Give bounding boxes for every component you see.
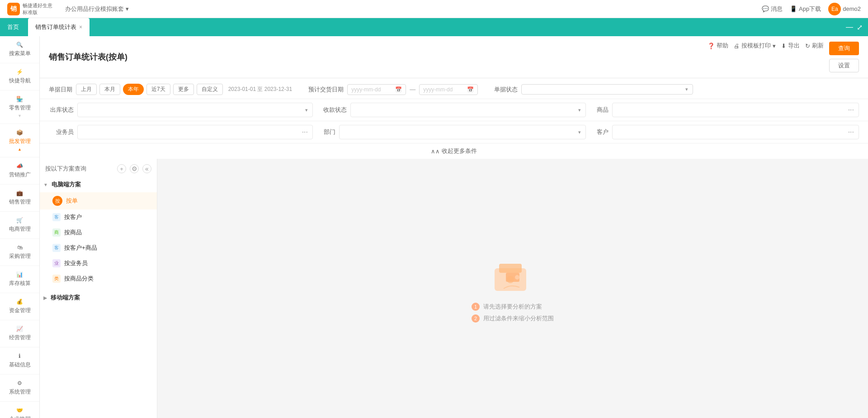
sidebar-item-operation[interactable]: 📈 经营管理 (0, 320, 39, 347)
content-area: 销售订单统计表(按单) ❓ 帮助 🖨 按模板打印 ▾ ⬇ (40, 36, 868, 418)
goods-input[interactable]: ··· (612, 103, 859, 117)
sidebar-item-sales[interactable]: 💼 销售管理 (0, 185, 39, 212)
sidebar-item-system[interactable]: ⚙ 系统管理 (0, 375, 39, 402)
tab-bar: 首页 销售订单统计表 × — ⤢ (0, 18, 868, 36)
tree-item-by-goods[interactable]: 商 按商品 (40, 225, 157, 240)
date-btn-7days[interactable]: 近7天 (146, 84, 170, 95)
sidebar-item-wholesale[interactable]: 📦 批发管理 ▲ (0, 124, 39, 157)
expected-date-filter: 预计交货日期 yyyy-mm-dd 📅 — yyyy-mm-dd 📅 (308, 84, 478, 95)
payment-status-filter: 收款状态 ▾ (322, 103, 586, 117)
settings-button[interactable]: 设置 (829, 59, 859, 72)
collapse-icon: ∧∧ (431, 148, 440, 155)
app-download-button[interactable]: 📱 App下载 (790, 5, 821, 13)
dept-label: 部门 (322, 128, 335, 136)
filter-row-1: 单据日期 上月 本月 本年 近7天 更多 自定义 2023-01-01 至 20… (40, 78, 868, 99)
empty-illustration (486, 255, 540, 295)
date-btn-this-month[interactable]: 本月 (99, 84, 120, 95)
expected-date-end-input[interactable]: yyyy-mm-dd 📅 (419, 84, 478, 95)
customer-input[interactable]: ··· (612, 125, 859, 139)
empty-svg-icon (486, 255, 540, 295)
payment-caret-icon: ▾ (578, 107, 581, 113)
export-icon: ⬇ (781, 43, 786, 49)
tree-item-by-goods-category[interactable]: 类 按商品分类 (40, 271, 157, 286)
dept-caret-icon: ▾ (578, 129, 581, 135)
inventory-icon: 📊 (16, 271, 23, 278)
empty-tip-1: 1 请先选择要分析的方案 (472, 303, 554, 311)
message-button[interactable]: 💬 消息 (762, 5, 783, 13)
goods-dots-icon: ··· (848, 106, 854, 114)
out-status-select[interactable]: ▾ (77, 103, 313, 117)
sidebar-item-ecommerce[interactable]: 🛒 电商管理 (0, 212, 39, 239)
date-btn-this-year[interactable]: 本年 (123, 84, 144, 95)
order-status-filter: 单据状态 ▾ (494, 84, 859, 95)
by-goods-icon: 商 (52, 228, 61, 237)
print-button[interactable]: 🖨 按模板打印 ▾ (734, 42, 776, 50)
minimize-icon[interactable]: — (846, 23, 853, 31)
top-bar: 销 畅捷通好生意 标准版 办公用品行业模拟账套 ▾ 💬 消息 📱 App下载 E… (0, 0, 868, 18)
page-header-actions: ❓ 帮助 🖨 按模板打印 ▾ ⬇ 导出 ↻ (708, 42, 859, 72)
sidebar-item-finance[interactable]: 💰 资金管理 (0, 293, 39, 320)
refresh-button[interactable]: ↻ 刷新 (805, 42, 824, 50)
svg-rect-1 (499, 264, 522, 273)
sidebar-item-purchase[interactable]: 🛍 采购管理 (0, 239, 39, 266)
retail-icon: 🏪 (16, 96, 23, 102)
print-dropdown-icon: ▾ (773, 43, 776, 49)
logo-icon: 销 (7, 3, 20, 15)
user-menu[interactable]: Ea demo2 (828, 3, 861, 15)
help-icon: ❓ (708, 43, 715, 49)
sidebar-item-retail[interactable]: 🏪 零售管理 ▼ (0, 90, 39, 124)
top-bar-right: 💬 消息 📱 App下载 Ea demo2 (762, 3, 861, 15)
print-icon: 🖨 (734, 43, 740, 49)
biz-selector[interactable]: 办公用品行业模拟账套 ▾ (65, 5, 129, 13)
dept-filter: 部门 ▾ (322, 125, 586, 139)
wholesale-icon: 📦 (16, 129, 23, 136)
maximize-icon[interactable]: ⤢ (857, 23, 863, 32)
ecommerce-icon: 🛒 (16, 217, 23, 223)
tree-group-mobile[interactable]: ▶ 移动端方案 (40, 290, 157, 305)
quick-nav-icon: ⚡ (16, 69, 23, 75)
salesperson-input[interactable]: ··· (77, 125, 313, 139)
logo-area: 销 畅捷通好生意 标准版 (7, 2, 52, 15)
query-button[interactable]: 查询 (829, 42, 859, 55)
help-button[interactable]: ❓ 帮助 (708, 42, 728, 50)
logo-text: 畅捷通好生意 标准版 (23, 2, 52, 15)
date-btn-last-month[interactable]: 上月 (76, 84, 97, 95)
top-bar-left: 销 畅捷通好生意 标准版 办公用品行业模拟账套 ▾ (7, 2, 129, 15)
payment-status-select[interactable]: ▾ (350, 103, 586, 117)
empty-tips: 1 请先选择要分析的方案 2 用过滤条件来缩小分析范围 (472, 303, 554, 323)
customer-label: 客户 (595, 128, 609, 136)
sales-icon: 💼 (16, 190, 23, 196)
tree-item-by-order[interactable]: 按 按单 (40, 192, 157, 209)
status-select[interactable]: ▾ (521, 84, 693, 95)
left-panel-add-icon[interactable]: + (117, 164, 126, 173)
collapse-button[interactable]: ∧∧ 收起更多条件 (431, 147, 477, 155)
tree-item-by-salesperson[interactable]: 业 按业务员 (40, 256, 157, 271)
expected-date-start-input[interactable]: yyyy-mm-dd 📅 (347, 84, 406, 95)
status-caret-icon: ▾ (685, 86, 688, 92)
filter-section: 单据日期 上月 本月 本年 近7天 更多 自定义 2023-01-01 至 20… (40, 78, 868, 159)
tree-item-by-customer-goods[interactable]: 客 按客户+商品 (40, 240, 157, 256)
tree-group-pc[interactable]: ▼ 电脑端方案 (40, 177, 157, 192)
dept-select[interactable]: ▾ (339, 125, 586, 139)
payment-status-label: 收款状态 (322, 106, 347, 114)
sidebar-item-inventory[interactable]: 📊 库存核算 (0, 266, 39, 293)
sidebar-item-enterprise[interactable]: 🤝 企业协同 (0, 402, 39, 418)
status-label: 单据状态 (494, 86, 518, 94)
filter-row-3: 业务员 ··· 部门 ▾ 客户 ··· (40, 121, 868, 143)
sidebar-item-quick-nav[interactable]: ⚡ 快捷导航 (0, 63, 39, 90)
tab-bar-actions: — ⤢ (846, 23, 868, 32)
tab-sales-order-stats[interactable]: 销售订单统计表 × (28, 18, 90, 36)
basic-icon: ℹ (19, 353, 21, 359)
sidebar-item-search-menu[interactable]: 🔍 搜索菜单 (0, 36, 39, 63)
tab-home[interactable]: 首页 (0, 18, 26, 36)
sidebar-item-basic[interactable]: ℹ 基础信息 (0, 347, 39, 375)
date-btn-more[interactable]: 更多 (173, 84, 194, 95)
export-button[interactable]: ⬇ 导出 (781, 42, 800, 50)
left-panel-settings-icon[interactable]: ⚙ (130, 164, 139, 173)
tree-item-by-customer[interactable]: 客 按客户 (40, 209, 157, 225)
date-btn-custom[interactable]: 自定义 (197, 84, 223, 95)
left-panel-collapse-icon[interactable]: « (142, 164, 151, 173)
tab-close-icon[interactable]: × (79, 24, 82, 30)
left-panel: 按以下方案查询 + ⚙ « ▼ 电脑端方案 按 按单 (40, 159, 157, 418)
sidebar-item-marketing[interactable]: 📣 营销推广 (0, 157, 39, 185)
